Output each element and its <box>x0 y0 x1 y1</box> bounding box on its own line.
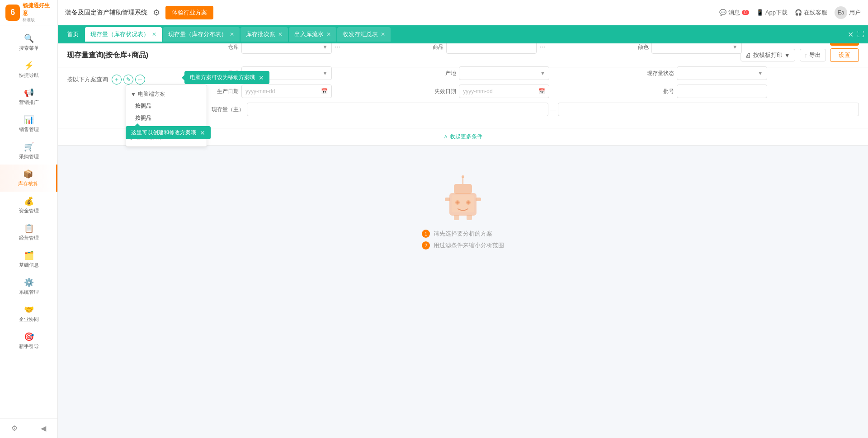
logo-area: 6 畅捷通好生意 标准版 <box>0 0 57 25</box>
page-content: 现存量查询(按仓库+商品) 🖨 按模板打印 ▼ ↑ 导出 ↻ 刷新 <box>58 43 868 438</box>
close-tab-receive-summary[interactable]: ✕ <box>381 31 385 38</box>
marketing-icon: 📢 <box>24 88 34 98</box>
filter-header: 按以下方案查询 + ✎ ← 电脑方案可设为移动方案哦 ✕ <box>67 75 859 85</box>
scheme-tooltip-1: 电脑方案可设为移动方案哦 ✕ <box>184 71 269 84</box>
stock-main-range: — <box>247 103 859 116</box>
sidebar-item-enterprise[interactable]: 🤝 企业协同 <box>0 300 57 327</box>
sidebar-item-quicknav[interactable]: ⚡ 快捷导航 <box>0 56 57 83</box>
filter-row-3: 生产日期 yyyy-mm-dd 📅 失效日期 yyyy-mm-dd 📅 <box>212 85 859 98</box>
stock-main-min[interactable] <box>247 103 548 116</box>
batch-input[interactable] <box>677 85 767 98</box>
phone-icon: 📱 <box>756 9 764 16</box>
settings-gear-icon[interactable]: ⚙ <box>153 8 160 18</box>
svg-rect-7 <box>476 198 481 201</box>
close-tooltip-1[interactable]: ✕ <box>259 74 264 81</box>
sidebar-nav: 🔍 搜索菜单 ⚡ 快捷导航 📢 营销推广 📊 销售管理 🛒 采购管理 📦 库存核… <box>0 25 57 418</box>
app-download-item[interactable]: 📱 App下载 <box>756 9 788 17</box>
user-item[interactable]: Ea 用户 <box>835 6 861 19</box>
sidebar-item-inventory[interactable]: 📦 库存核算 <box>0 165 57 192</box>
enterprise-icon: 🤝 <box>24 305 34 315</box>
close-tab-inventory-dist[interactable]: ✕ <box>230 31 234 38</box>
color-select[interactable]: ▼ <box>651 43 742 54</box>
scheme-item-1[interactable]: 按照品 <box>126 100 207 112</box>
sidebar-item-system[interactable]: ⚙️ 系统管理 <box>0 273 57 300</box>
scheme-item-2[interactable]: 按照品 <box>126 112 207 124</box>
warehouse-group: 仓库 ▼ ··· <box>212 43 411 54</box>
filter-label: 按以下方案查询 <box>67 75 108 84</box>
reset-btn[interactable]: 设置 <box>830 48 859 62</box>
svg-point-10 <box>462 175 464 178</box>
svg-point-5 <box>467 202 470 204</box>
close-all-tabs-btn[interactable]: ✕ <box>848 30 854 39</box>
notification-item[interactable]: 💬 消息 8 <box>719 9 749 17</box>
tab-inventory-dist[interactable]: 现存量（库存分布表） ✕ <box>163 27 240 42</box>
add-scheme-btn[interactable]: + <box>112 75 122 85</box>
filter-row-4: 现存量（主） — <box>212 103 859 116</box>
query-btn[interactable]: 查询 <box>830 43 859 46</box>
stock-main-max[interactable] <box>558 103 859 116</box>
edit-scheme-btn[interactable]: ✎ <box>123 75 133 85</box>
search-icon: 🔍 <box>24 33 34 43</box>
close-tab-batch-ledger[interactable]: ✕ <box>278 31 283 38</box>
close-tab-inout-flow[interactable]: ✕ <box>326 31 331 38</box>
sidebar-item-basic[interactable]: 🗂️ 基础信息 <box>0 246 57 273</box>
batch-label: 批号 <box>647 88 674 95</box>
warehouse-more-icon[interactable]: ··· <box>335 43 340 51</box>
purchase-icon: 🛒 <box>24 142 34 152</box>
action-buttons: 查询 设置 <box>830 43 859 62</box>
collapse-sidebar-btn[interactable]: ◀ <box>41 424 46 433</box>
avatar: Ea <box>835 6 847 19</box>
desktop-scheme-header[interactable]: ▼ 电脑端方案 <box>126 89 207 100</box>
color-group: 颜色 ▼ <box>622 43 821 54</box>
product-select[interactable] <box>446 43 537 54</box>
tab-batch-ledger[interactable]: 库存批次账 ✕ <box>241 27 288 42</box>
back-scheme-btn[interactable]: ← <box>135 75 145 85</box>
topbar-left: 装备及固定资产辅助管理系统 ⚙ 体验行业方案 <box>65 6 213 19</box>
exp-date-label: 失效日期 <box>429 88 456 95</box>
product-group: 商品 ··· <box>416 43 616 54</box>
tab-inout-flow[interactable]: 出入库流水 ✕ <box>289 27 336 42</box>
svg-rect-12 <box>467 215 472 220</box>
sidebar-item-marketing[interactable]: 📢 营销推广 <box>0 83 57 110</box>
sidebar-item-finance[interactable]: 💰 资金管理 <box>0 192 57 219</box>
sidebar-item-purchase[interactable]: 🛒 采购管理 <box>0 137 57 165</box>
chevron-down-icon-desktop: ▼ <box>131 91 136 98</box>
prod-date-input[interactable]: yyyy-mm-dd 📅 <box>241 85 332 98</box>
tab-receive-summary[interactable]: 收发存汇总表 ✕ <box>337 27 391 42</box>
batch-group: 批号 <box>647 85 859 98</box>
headset-icon: 🎧 <box>795 9 802 16</box>
prod-date-label: 生产日期 <box>212 88 239 95</box>
page-title: 现存量查询(按仓库+商品) <box>67 51 148 60</box>
product-more-icon[interactable]: ··· <box>539 43 545 51</box>
finance-icon: 💰 <box>24 196 34 206</box>
filter-row-1: 仓库 ▼ ··· 商品 ··· 颜色 <box>212 43 859 62</box>
prod-date-group: 生产日期 yyyy-mm-dd 📅 <box>212 85 424 98</box>
tab-inventory-status[interactable]: 现存量（库存状况表） ✕ <box>85 27 162 42</box>
empty-steps: 1 请先选择要分析的方案 2 用过滤条件来缩小分析范围 <box>422 230 504 250</box>
empty-illustration <box>438 173 488 222</box>
close-tooltip-2[interactable]: ✕ <box>200 129 205 137</box>
tabbar-actions: ✕ ⛶ <box>848 30 864 39</box>
close-tab-inventory-status[interactable]: ✕ <box>152 31 156 38</box>
main-area: 装备及固定资产辅助管理系统 ⚙ 体验行业方案 💬 消息 8 📱 App下载 🎧 … <box>58 0 868 438</box>
online-service-item[interactable]: 🎧 在线客服 <box>795 9 827 17</box>
sidebar-bottom: ⚙ ◀ <box>0 418 57 438</box>
settings-bottom-btn[interactable]: ⚙ <box>11 424 18 433</box>
sidebar-item-search[interactable]: 🔍 搜索菜单 <box>0 29 57 56</box>
sidebar-item-sales[interactable]: 📊 销售管理 <box>0 110 57 137</box>
guide-icon: 🎯 <box>24 332 34 342</box>
sidebar-item-guide[interactable]: 🎯 新手引导 <box>0 327 57 354</box>
warehouse-label: 仓库 <box>212 43 239 51</box>
exp-date-input[interactable]: yyyy-mm-dd 📅 <box>459 85 549 98</box>
stock-main-label: 现存量（主） <box>212 106 244 113</box>
quicknav-icon: ⚡ <box>24 61 34 71</box>
warehouse-select[interactable]: ▼ <box>241 43 332 54</box>
sidebar-item-management[interactable]: 📋 经营管理 <box>0 219 57 246</box>
expand-tabs-btn[interactable]: ⛶ <box>857 30 864 38</box>
exp-date-group: 失效日期 yyyy-mm-dd 📅 <box>429 85 641 98</box>
filter-header-buttons: + ✎ ← <box>112 75 145 85</box>
tab-home[interactable]: 首页 <box>61 27 84 42</box>
prod-date-calendar-icon: 📅 <box>321 88 328 94</box>
stock-main-group: 现存量（主） — <box>212 103 859 116</box>
trial-btn[interactable]: 体验行业方案 <box>165 6 213 19</box>
